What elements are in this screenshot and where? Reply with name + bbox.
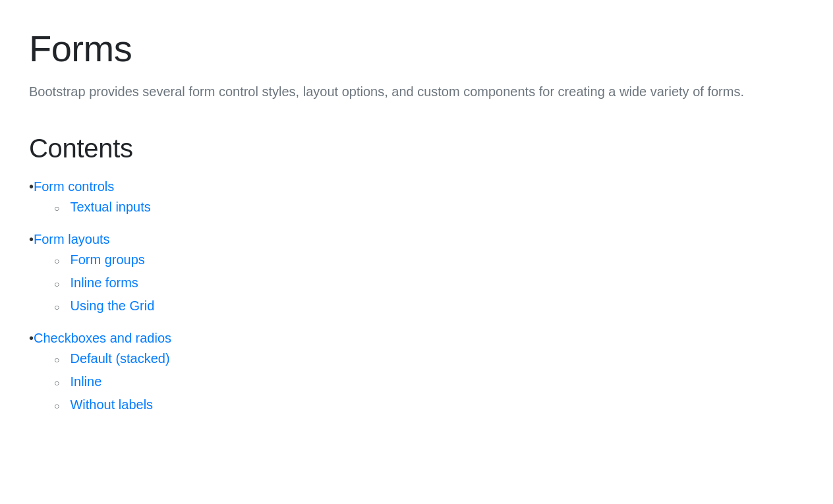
- sub-bullet-icon: ○: [54, 302, 59, 312]
- sub-list: ○Textual inputs: [29, 200, 151, 223]
- sub-contents-link[interactable]: Textual inputs: [70, 200, 150, 215]
- sub-contents-link[interactable]: Using the Grid: [70, 298, 154, 314]
- bullet-icon: •: [29, 179, 34, 194]
- sub-list-item: ○Form groups: [29, 252, 154, 267]
- sub-bullet-icon: ○: [54, 256, 59, 266]
- sub-contents-link[interactable]: Default (stacked): [70, 351, 169, 366]
- contents-item: •Checkboxes and radios○Default (stacked)…: [29, 331, 804, 420]
- sub-bullet-icon: ○: [54, 203, 59, 213]
- page-title: Forms: [29, 26, 804, 70]
- sub-list: ○Default (stacked)○Inline○Without labels: [29, 351, 170, 420]
- contents-link[interactable]: Checkboxes and radios: [34, 331, 171, 346]
- page-description: Bootstrap provides several form control …: [29, 81, 754, 102]
- sub-bullet-icon: ○: [54, 378, 59, 388]
- contents-link[interactable]: Form layouts: [34, 232, 110, 247]
- contents-heading: Contents: [29, 134, 804, 163]
- sub-contents-link[interactable]: Inline: [70, 374, 101, 389]
- contents-item: •Form controls○Textual inputs: [29, 179, 804, 223]
- sub-list-item: ○Using the Grid: [29, 298, 154, 314]
- sub-list-item: ○Inline forms: [29, 275, 154, 291]
- sub-list: ○Form groups○Inline forms○Using the Grid: [29, 252, 154, 322]
- contents-link[interactable]: Form controls: [34, 179, 114, 194]
- sub-bullet-icon: ○: [54, 401, 59, 411]
- sub-bullet-icon: ○: [54, 354, 59, 365]
- sub-list-item: ○Default (stacked): [29, 351, 170, 366]
- sub-list-item: ○Inline: [29, 374, 170, 389]
- sub-bullet-icon: ○: [54, 279, 59, 289]
- sub-list-item: ○Textual inputs: [29, 200, 151, 215]
- sub-list-item: ○Without labels: [29, 397, 170, 412]
- bullet-icon: •: [29, 331, 34, 346]
- contents-item: •Form layouts○Form groups○Inline forms○U…: [29, 232, 804, 322]
- sub-contents-link[interactable]: Without labels: [70, 397, 153, 412]
- sub-contents-link[interactable]: Form groups: [70, 252, 144, 267]
- bullet-icon: •: [29, 232, 34, 247]
- sub-contents-link[interactable]: Inline forms: [70, 275, 138, 291]
- contents-list: •Form controls○Textual inputs•Form layou…: [29, 179, 804, 420]
